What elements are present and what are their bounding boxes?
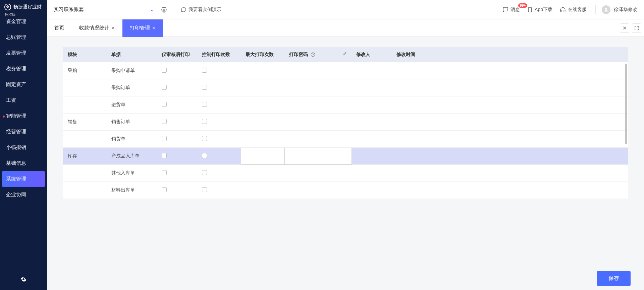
user-menu[interactable]: 徐泽华修改 (595, 5, 637, 14)
cell-pwd-input[interactable] (284, 148, 352, 165)
table-row[interactable]: 销售销售订单 (63, 114, 628, 131)
help-icon[interactable] (311, 52, 315, 57)
gear-icon (161, 7, 167, 13)
cell-control (197, 165, 241, 182)
cell-modifier (352, 114, 392, 131)
main: 实习联系账套 ⌄ 我要看实例演示 消息 99+ (47, 0, 644, 290)
chevron-down-icon: ⌄ (150, 6, 154, 13)
cell-time (392, 165, 628, 182)
tenant-name: 实习联系账套 (54, 6, 84, 13)
cell-audit (157, 79, 197, 96)
sidebar-item[interactable]: 资金官理 (0, 19, 47, 29)
tab-home[interactable]: 首页 (47, 19, 72, 37)
cell-time (392, 79, 628, 96)
checkbox[interactable] (202, 153, 207, 158)
sidebar-item[interactable]: 工资 (0, 92, 47, 108)
cell-document: 采购申请单 (107, 62, 157, 79)
sidebar-item[interactable]: 固定资产 (0, 77, 47, 92)
table-row[interactable]: 材料出库单 (63, 182, 628, 199)
cell-modifier (352, 96, 392, 114)
checkbox[interactable] (162, 68, 167, 73)
sidebar-item[interactable]: 税务管理 (0, 61, 47, 77)
cell-max (241, 62, 284, 79)
brand-logo-icon (4, 3, 11, 11)
table-row[interactable]: 销货单 (63, 131, 628, 148)
tenant-settings-button[interactable] (161, 7, 167, 13)
sidebar-item[interactable]: 总账管理 (0, 29, 47, 45)
notification-dot-icon (3, 116, 5, 118)
table-row[interactable]: 采购采购申请单 (63, 62, 628, 79)
cell-audit (157, 182, 197, 199)
tab-print-management[interactable]: 打印管理✕ (122, 19, 163, 37)
tenant-select[interactable]: 实习联系账套 ⌄ (54, 6, 154, 13)
tab-receipt-stats[interactable]: 收款情况统计✕ (72, 19, 122, 37)
demo-link[interactable]: 我要看实例演示 (180, 7, 221, 13)
top-right: 消息 99+ App下载 在线客服 徐泽华修改 (502, 5, 637, 14)
cell-audit (157, 96, 197, 114)
cell-audit (157, 114, 197, 131)
checkbox[interactable] (202, 170, 207, 175)
sidebar-item[interactable]: 系统管理 (2, 171, 45, 187)
edit-column-button[interactable] (342, 52, 347, 57)
table-row[interactable]: 采购订单 (63, 79, 628, 96)
cell-max-input[interactable] (241, 148, 284, 165)
cell-control (197, 79, 241, 96)
app-download-button[interactable]: App下载 (527, 7, 552, 13)
cell-time (392, 131, 628, 148)
cell-document: 进货单 (107, 96, 157, 114)
checkbox[interactable] (202, 119, 207, 124)
cell-document: 采购订单 (107, 79, 157, 96)
checkbox[interactable] (162, 170, 167, 175)
cell-max (241, 182, 284, 199)
checkbox[interactable] (162, 102, 167, 107)
close-icon[interactable]: ✕ (111, 25, 115, 30)
table-row[interactable]: 库存产成品入库单 (63, 148, 628, 165)
cell-pwd (284, 62, 352, 79)
save-button[interactable]: 保存 (597, 271, 631, 286)
cell-module (63, 182, 107, 199)
cell-max (241, 79, 284, 96)
gear-icon (20, 276, 26, 282)
checkbox[interactable] (202, 85, 207, 90)
sidebar-item[interactable]: 基础信息 (0, 155, 47, 171)
cell-document: 材料出库单 (107, 182, 157, 199)
sidebar-item[interactable]: 企业协同 (0, 187, 47, 203)
online-service-button[interactable]: 在线客服 (560, 7, 587, 13)
cell-module (63, 131, 107, 148)
checkbox[interactable] (162, 153, 167, 158)
cell-module (63, 96, 107, 114)
sidebar-item[interactable]: 智能管理 (0, 108, 47, 124)
checkbox[interactable] (162, 119, 167, 124)
checkbox[interactable] (202, 102, 207, 107)
cell-document: 产成品入库单 (107, 148, 157, 165)
svg-rect-3 (528, 7, 531, 12)
cell-modifier (352, 79, 392, 96)
col-control-count: 控制打印次数 (197, 47, 241, 62)
messages-button[interactable]: 消息 99+ (502, 7, 520, 13)
table-row[interactable]: 其他入库单 (63, 165, 628, 182)
settings-button[interactable] (0, 273, 47, 287)
checkbox[interactable] (162, 136, 167, 141)
table-row[interactable]: 进货单 (63, 96, 628, 114)
cell-pwd (284, 114, 352, 131)
sidebar-item[interactable]: 发票管理 (0, 45, 47, 61)
cell-time (392, 148, 628, 165)
sidebar-item[interactable]: 小畅报销 (0, 140, 47, 155)
sidebar-item[interactable]: 经营管理 (0, 124, 47, 140)
checkbox[interactable] (202, 187, 207, 192)
person-icon (603, 7, 609, 12)
fullscreen-button[interactable] (632, 23, 641, 33)
checkbox[interactable] (202, 68, 207, 73)
cell-audit (157, 62, 197, 79)
cell-control (197, 182, 241, 199)
close-all-tabs-button[interactable]: ✕ (620, 23, 629, 33)
checkbox[interactable] (162, 85, 167, 90)
checkbox[interactable] (162, 187, 167, 192)
col-modifier: 修改人 (352, 47, 392, 62)
checkbox[interactable] (202, 136, 207, 141)
cell-control (197, 96, 241, 114)
close-icon[interactable]: ✕ (152, 25, 156, 30)
cell-audit (157, 131, 197, 148)
chat-icon (180, 7, 186, 13)
scrollbar[interactable] (625, 64, 627, 144)
